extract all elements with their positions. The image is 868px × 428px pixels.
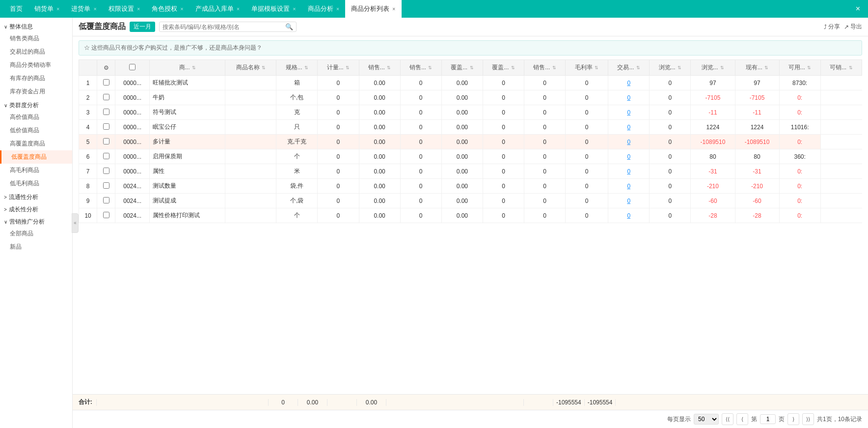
nav-close-icon[interactable]: ×	[237, 6, 240, 12]
next-page-button[interactable]: ⟩	[787, 413, 799, 425]
prev-page-button[interactable]: ⟨	[736, 413, 748, 425]
cell-settings[interactable]	[97, 149, 115, 164]
nav-close-icon[interactable]: ×	[93, 6, 96, 12]
select-all-checkbox[interactable]	[129, 64, 136, 70]
nav-item-产成品入库单[interactable]: 产成品入库单×	[190, 0, 245, 18]
page-number-input[interactable]	[760, 414, 776, 424]
export-button[interactable]: ↗ 导出	[844, 23, 862, 31]
th-sales_amt[interactable]: 销售... ⇅	[400, 60, 441, 76]
th-view1[interactable]: 浏览... ⇅	[650, 60, 691, 76]
th-cover1[interactable]: 覆盖... ⇅	[441, 60, 483, 76]
nav-close-icon[interactable]: ×	[56, 6, 59, 12]
window-close-button[interactable]: ×	[852, 4, 864, 13]
th-trade[interactable]: 交易... ⇅	[608, 60, 650, 76]
sidebar-section-3[interactable]: >成长性分析	[0, 202, 72, 215]
cell-settings[interactable]	[97, 164, 115, 179]
row-checkbox[interactable]	[103, 168, 109, 174]
row-checkbox[interactable]	[103, 138, 109, 144]
row-checkbox[interactable]	[103, 123, 109, 130]
cell-settings[interactable]	[97, 208, 115, 223]
cell-stock3: 0:	[779, 179, 820, 194]
cell-settings[interactable]	[97, 179, 115, 194]
th-stock2[interactable]: 可用... ⇅	[779, 60, 820, 76]
sidebar-item-交易过的商品[interactable]: 交易过的商品	[0, 45, 72, 58]
cell-num: 3	[79, 105, 97, 120]
table-container[interactable]: ⚙商... ⇅商品名称 ⇅规格... ⇅计量... ⇅销售... ⇅销售... …	[79, 59, 862, 394]
nav-close-icon[interactable]: ×	[137, 6, 140, 12]
th-stock1[interactable]: 现有... ⇅	[735, 60, 779, 76]
sidebar-item-高覆盖度商品[interactable]: 高覆盖度商品	[0, 137, 72, 150]
nav-item-首页[interactable]: 首页	[4, 0, 28, 18]
nav-item-进货单[interactable]: 进货单×	[65, 0, 102, 18]
sidebar-section-1[interactable]: ∨类群度分析	[0, 98, 72, 111]
nav-item-商品分析[interactable]: 商品分析×	[302, 0, 345, 18]
th-sales3[interactable]: 销售... ⇅	[524, 60, 566, 76]
nav-item-商品分析列表[interactable]: 商品分析列表×	[345, 0, 401, 18]
row-checkbox[interactable]	[103, 197, 109, 203]
sidebar-collapse-button[interactable]: «	[72, 213, 79, 233]
sidebar-item-商品分类销动率[interactable]: 商品分类销动率	[0, 58, 72, 72]
th-name[interactable]: 商品名称 ⇅	[225, 60, 276, 76]
cell-settings[interactable]	[97, 194, 115, 208]
row-checkbox[interactable]	[103, 212, 109, 218]
th-view2[interactable]: 浏览... ⇅	[691, 60, 735, 76]
cell-view1[interactable]: 0	[608, 149, 650, 164]
row-checkbox[interactable]	[103, 79, 109, 86]
nav-close-icon[interactable]: ×	[392, 6, 395, 12]
cell-view1[interactable]: 0	[608, 164, 650, 179]
sidebar-section-0[interactable]: ∨整体信息	[0, 20, 72, 32]
nav-close-icon[interactable]: ×	[293, 6, 296, 12]
row-checkbox[interactable]	[103, 153, 109, 159]
sidebar-section-2[interactable]: >流通性分析	[0, 190, 72, 202]
th-spec[interactable]: 规格... ⇅	[276, 60, 318, 76]
row-checkbox[interactable]	[103, 109, 109, 115]
th-sales_qty[interactable]: 销售... ⇅	[359, 60, 400, 76]
th-code[interactable]: 商... ⇅	[150, 60, 225, 76]
nav-close-icon[interactable]: ×	[336, 6, 339, 12]
sidebar-item-低覆盖度商品[interactable]: 低覆盖度商品	[0, 150, 72, 164]
sidebar-item-全部商品[interactable]: 全部商品	[0, 227, 72, 240]
cell-view1[interactable]: 0	[608, 76, 650, 90]
cell-settings[interactable]	[97, 90, 115, 105]
th-settings[interactable]: ⚙	[97, 60, 115, 76]
search-input[interactable]	[163, 24, 285, 30]
cell-view1[interactable]: 0	[608, 194, 650, 208]
sidebar-item-新品[interactable]: 新品	[0, 240, 72, 254]
sidebar-item-销售类商品[interactable]: 销售类商品	[0, 32, 72, 45]
nav-item-销货单[interactable]: 销货单×	[28, 0, 65, 18]
nav-item-单据模板设置[interactable]: 单据模板设置×	[245, 0, 301, 18]
sidebar-section-4[interactable]: ∨营销推广分析	[0, 215, 72, 227]
cell-sales-qty: 0	[318, 105, 359, 120]
nav-item-权限设置[interactable]: 权限设置×	[103, 0, 146, 18]
row-checkbox[interactable]	[103, 94, 109, 100]
last-page-button[interactable]: ⟩⟩	[802, 413, 814, 425]
cell-view1[interactable]: 0	[608, 120, 650, 135]
cell-view1[interactable]: 0	[608, 90, 650, 105]
share-button[interactable]: ⤴ 分享	[824, 23, 840, 31]
first-page-button[interactable]: ⟨⟨	[722, 413, 733, 425]
sidebar-item-低价值商品[interactable]: 低价值商品	[0, 124, 72, 137]
cell-view1[interactable]: 0	[608, 208, 650, 223]
cell-settings[interactable]	[97, 105, 115, 120]
nav-item-角色授权[interactable]: 角色授权×	[146, 0, 189, 18]
sidebar-item-有库存的商品[interactable]: 有库存的商品	[0, 72, 72, 85]
cell-view1[interactable]: 0	[608, 105, 650, 120]
th-gross[interactable]: 毛利率 ⇅	[566, 60, 608, 76]
th-cover2[interactable]: 覆盖... ⇅	[483, 60, 524, 76]
page-size-select[interactable]: 2050100200	[694, 414, 719, 425]
row-checkbox[interactable]	[103, 182, 109, 189]
cell-view1[interactable]: 0	[608, 179, 650, 194]
sidebar-item-库存资金占用[interactable]: 库存资金占用	[0, 85, 72, 98]
th-unit[interactable]: 计量... ⇅	[318, 60, 359, 76]
th-stock3[interactable]: 可销... ⇅	[820, 60, 862, 76]
sidebar-item-高毛利商品[interactable]: 高毛利商品	[0, 164, 72, 177]
period-button[interactable]: 近一月	[130, 22, 155, 32]
sidebar-item-高价值商品[interactable]: 高价值商品	[0, 111, 72, 124]
nav-close-icon[interactable]: ×	[180, 6, 183, 12]
cell-settings[interactable]	[97, 120, 115, 135]
th-checkbox[interactable]	[115, 60, 150, 76]
sidebar-item-低毛利商品[interactable]: 低毛利商品	[0, 177, 72, 190]
cell-settings[interactable]	[97, 135, 115, 149]
cell-view1[interactable]: 0	[608, 135, 650, 149]
cell-settings[interactable]	[97, 76, 115, 90]
